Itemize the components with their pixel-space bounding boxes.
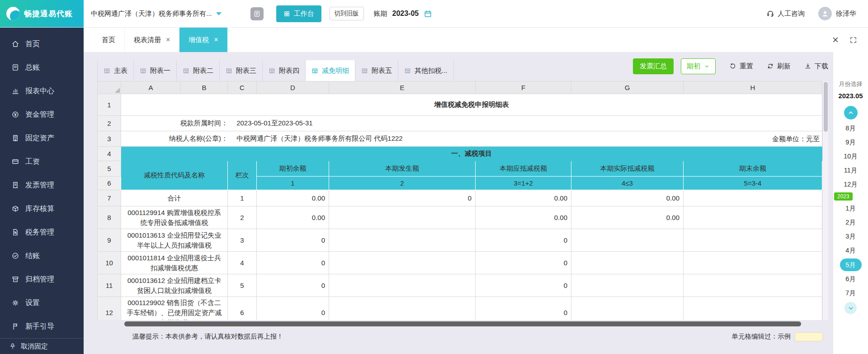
- sidebar-item-report-center[interactable]: 报表中心: [0, 79, 84, 103]
- cell-line[interactable]: 2: [228, 206, 257, 229]
- month-item[interactable]: 12月: [840, 177, 862, 191]
- month-item[interactable]: 7月: [840, 286, 862, 300]
- sheet-tab-appendix-4[interactable]: 附表四: [263, 60, 306, 81]
- column-header[interactable]: H: [684, 81, 822, 94]
- sidebar-item-closing[interactable]: 结账: [0, 244, 84, 268]
- cell-value[interactable]: [329, 206, 476, 229]
- header-sub-col[interactable]: 1: [257, 177, 329, 190]
- header-line-col[interactable]: 栏次: [228, 161, 257, 190]
- taxpayer-cell[interactable]: 纳税人名称(公章)： 中税网通广泽（天津）税务师事务所有限公司 代码1222 金…: [121, 131, 822, 147]
- cell-value[interactable]: [571, 297, 684, 321]
- cell-value[interactable]: 0.00: [571, 190, 684, 206]
- cell-name[interactable]: 合计: [121, 190, 228, 206]
- cell-value[interactable]: 0: [476, 297, 571, 321]
- cell-line[interactable]: 3: [228, 229, 257, 252]
- horizontal-scrollbar[interactable]: [97, 320, 828, 328]
- section-title-cell[interactable]: 一、减税项目: [121, 147, 822, 161]
- row-number[interactable]: 9: [98, 229, 121, 252]
- month-item[interactable]: 10月: [840, 149, 862, 163]
- header-name-col[interactable]: 减税性质代码及名称: [121, 161, 228, 190]
- username[interactable]: 徐泽华: [836, 10, 856, 18]
- cell-value[interactable]: 0: [476, 274, 571, 297]
- row-number[interactable]: 2: [98, 116, 121, 131]
- company-selector[interactable]: 中税网通广泽（天津）税务师事务所有...: [91, 10, 222, 18]
- header-value-col[interactable]: 期末余额: [684, 161, 822, 177]
- sidebar-item-general-ledger[interactable]: 总账: [0, 56, 84, 79]
- cell-value[interactable]: 0.00: [571, 206, 684, 229]
- row-number[interactable]: 12: [98, 297, 121, 321]
- cell-value[interactable]: [571, 252, 684, 274]
- close-icon[interactable]: ×: [166, 36, 170, 43]
- cell-value[interactable]: 0: [257, 252, 329, 274]
- cell-value[interactable]: 0: [257, 229, 329, 252]
- horizontal-scrollbar-thumb[interactable]: [124, 321, 801, 326]
- row-number[interactable]: 6: [98, 177, 121, 190]
- header-sub-col[interactable]: 3=1+2: [476, 177, 571, 190]
- row-number[interactable]: 7: [98, 190, 121, 206]
- month-item[interactable]: 2月: [840, 215, 862, 230]
- vertical-scrollbar-thumb[interactable]: [824, 82, 828, 132]
- cell-line[interactable]: 4: [228, 252, 257, 274]
- sidebar-item-settings[interactable]: 设置: [0, 291, 84, 315]
- row-number[interactable]: 5: [98, 161, 121, 177]
- month-item[interactable]: 8月: [840, 121, 862, 135]
- sheet-tab-deduction-detail[interactable]: 减免明细: [306, 60, 355, 81]
- close-all-icon[interactable]: ×: [832, 34, 839, 45]
- column-header[interactable]: E: [329, 81, 476, 94]
- cell-value[interactable]: 0: [257, 297, 329, 321]
- sidebar-item-guide[interactable]: 新手引导: [0, 315, 84, 338]
- invoice-summary-button[interactable]: 发票汇总: [633, 58, 674, 74]
- cell-value[interactable]: [329, 252, 476, 274]
- sheet-title[interactable]: 增值税减免税申报明细表: [121, 94, 822, 116]
- column-header[interactable]: A: [121, 81, 181, 94]
- cell-value[interactable]: 0: [476, 252, 571, 274]
- cell-name[interactable]: 0001129902 销售旧货（不含二手车经销）、已使用固定资产减征增值税: [121, 297, 228, 321]
- header-sub-col[interactable]: 4≤3: [571, 177, 684, 190]
- sheet-tab-appendix-2[interactable]: 附表二: [177, 60, 220, 81]
- cell-value[interactable]: [684, 252, 822, 274]
- cell-value[interactable]: [571, 229, 684, 252]
- cell-name[interactable]: 0001013612 企业招用建档立卡贫困人口就业扣减增值税: [121, 274, 228, 297]
- cell-value[interactable]: [329, 229, 476, 252]
- column-header[interactable]: F: [476, 81, 571, 94]
- cell-value[interactable]: 0.00: [476, 206, 571, 229]
- column-header[interactable]: B: [181, 81, 228, 94]
- column-header[interactable]: D: [257, 81, 329, 94]
- month-item[interactable]: 9月: [840, 135, 862, 149]
- scroll-down-button[interactable]: [844, 302, 857, 314]
- header-value-col[interactable]: 本期发生额: [329, 161, 476, 177]
- tax-period-cell[interactable]: 税款所属时间： 2023-05-01至2023-05-31: [121, 116, 822, 131]
- header-value-col[interactable]: 本期应抵减税额: [476, 161, 571, 177]
- vertical-scrollbar[interactable]: [822, 81, 828, 320]
- refresh-button[interactable]: 刷新: [767, 62, 791, 71]
- cell-value[interactable]: 0: [257, 274, 329, 297]
- sheet-tab-appendix-3[interactable]: 附表三: [220, 60, 263, 81]
- cell-value[interactable]: [684, 297, 822, 321]
- cell-line[interactable]: 6: [228, 297, 257, 321]
- header-value-col[interactable]: 本期实际抵减税额: [571, 161, 684, 177]
- month-item-active[interactable]: 5月: [840, 258, 862, 271]
- row-number[interactable]: 1: [98, 94, 121, 116]
- month-item[interactable]: 4月: [840, 244, 862, 258]
- cell-value[interactable]: [684, 274, 822, 297]
- row-number[interactable]: 3: [98, 131, 121, 147]
- sheet-tab-other-deduction[interactable]: 其他扣税...: [398, 60, 454, 81]
- avatar[interactable]: [818, 7, 832, 20]
- row-number[interactable]: 4: [98, 147, 121, 161]
- fullscreen-icon[interactable]: [849, 36, 857, 44]
- column-header[interactable]: C: [228, 81, 257, 94]
- tab-home[interactable]: 首页: [93, 28, 125, 52]
- row-number[interactable]: 8: [98, 206, 121, 229]
- tab-tax-register[interactable]: 税表清册×: [125, 28, 179, 52]
- cell-value[interactable]: 0: [476, 229, 571, 252]
- cell-line[interactable]: 1: [228, 190, 257, 206]
- close-icon[interactable]: ×: [214, 36, 218, 43]
- cell-value[interactable]: [329, 274, 476, 297]
- month-item[interactable]: 1月: [840, 201, 862, 215]
- column-header[interactable]: G: [571, 81, 684, 94]
- header-sub-col[interactable]: 2: [329, 177, 476, 190]
- cell-value[interactable]: 0.00: [476, 190, 571, 206]
- cell-value[interactable]: [684, 206, 822, 229]
- sidebar-item-fixed-assets[interactable]: 固定资产: [0, 126, 84, 150]
- period-dropdown[interactable]: 期初: [681, 58, 716, 74]
